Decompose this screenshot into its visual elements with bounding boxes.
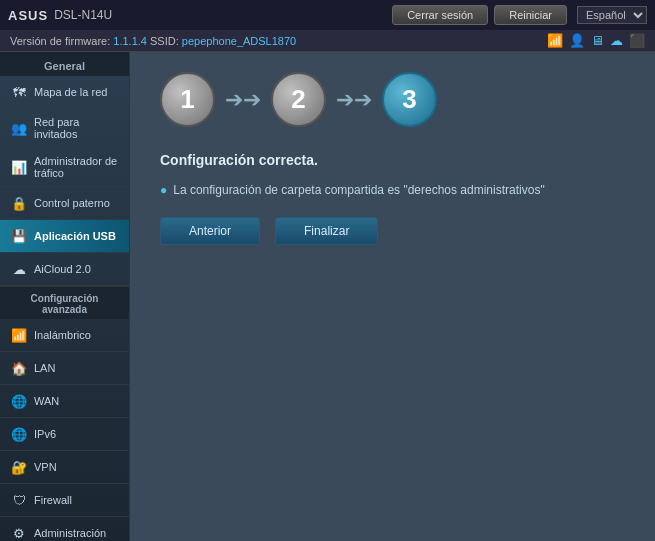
- step-1-number: 1: [180, 84, 194, 115]
- step-3-number: 3: [402, 84, 416, 115]
- content-area: 1 ➔➔ 2 ➔➔ 3 Configuración correcta. ● La…: [130, 52, 655, 541]
- sidebar-label-mapa-red: Mapa de la red: [34, 86, 107, 98]
- step-2-number: 2: [291, 84, 305, 115]
- bullet-icon: ●: [160, 183, 167, 197]
- model-name: DSL-N14U: [54, 8, 112, 22]
- sidebar-item-aplicacion-usb[interactable]: 💾 Aplicación USB: [0, 220, 129, 253]
- reiniciar-button[interactable]: Reiniciar: [494, 5, 567, 25]
- firmware-version[interactable]: 1.1.1.4: [113, 35, 147, 47]
- lang-select: Español English: [577, 6, 647, 24]
- main-layout: General 🗺 Mapa de la red 👥 Red para invi…: [0, 52, 655, 541]
- sidebar-item-admin-trafico[interactable]: 📊 Administrador de tráfico: [0, 148, 129, 187]
- monitor-icon: 🖥: [591, 33, 604, 48]
- wifi-side-icon: 📶: [10, 326, 28, 344]
- admin-icon: ⚙: [10, 524, 28, 541]
- sidebar-label-inalambrico: Inalámbrico: [34, 329, 91, 341]
- step-1-circle: 1: [160, 72, 215, 127]
- firmware-label: Versión de firmware:: [10, 35, 110, 47]
- sidebar-label-firewall: Firewall: [34, 494, 72, 506]
- sidebar-label-wan: WAN: [34, 395, 59, 407]
- sidebar-label-admin-trafico: Administrador de tráfico: [34, 155, 119, 179]
- lock-icon: 🔒: [10, 194, 28, 212]
- top-bar: ASUS DSL-N14U Cerrar sesión Reiniciar Es…: [0, 0, 655, 30]
- cloud-side-icon: ☁: [10, 260, 28, 278]
- sidebar-item-red-invitados[interactable]: 👥 Red para invitados: [0, 109, 129, 148]
- config-title: Configuración correcta.: [160, 152, 625, 168]
- sidebar-advanced-title: Configuración avanzada: [0, 286, 129, 319]
- chart-icon: 📊: [10, 158, 28, 176]
- sidebar: General 🗺 Mapa de la red 👥 Red para invi…: [0, 52, 130, 541]
- top-buttons: Cerrar sesión Reiniciar: [392, 5, 567, 25]
- language-dropdown[interactable]: Español English: [577, 6, 647, 24]
- step-2-circle: 2: [271, 72, 326, 127]
- action-buttons: Anterior Finalizar: [160, 217, 625, 245]
- sidebar-label-vpn: VPN: [34, 461, 57, 473]
- usb-icon: ⬛: [629, 33, 645, 48]
- finalizar-button[interactable]: Finalizar: [275, 217, 378, 245]
- ssid-label: SSID:: [150, 35, 179, 47]
- ipv6-icon: 🌐: [10, 425, 28, 443]
- cerrar-sesion-button[interactable]: Cerrar sesión: [392, 5, 488, 25]
- sidebar-item-wan[interactable]: 🌐 WAN: [0, 385, 129, 418]
- sidebar-label-red-invitados: Red para invitados: [34, 116, 119, 140]
- sidebar-label-control-paterno: Control paterno: [34, 197, 110, 209]
- lan-icon: 🏠: [10, 359, 28, 377]
- step-arrow-2: ➔➔: [326, 87, 382, 113]
- sidebar-label-administracion: Administración: [34, 527, 106, 539]
- sidebar-label-aplicacion-usb: Aplicación USB: [34, 230, 116, 242]
- usb-app-icon: 💾: [10, 227, 28, 245]
- wan-icon: 🌐: [10, 392, 28, 410]
- sidebar-general-title: General: [0, 52, 129, 76]
- vpn-icon: 🔐: [10, 458, 28, 476]
- sidebar-label-aicloud: AiCloud 2.0: [34, 263, 91, 275]
- sidebar-item-vpn[interactable]: 🔐 VPN: [0, 451, 129, 484]
- user-icon: 👤: [569, 33, 585, 48]
- firmware-bar: Versión de firmware: 1.1.1.4 SSID: pepep…: [0, 30, 655, 52]
- cloud-icon: ☁: [610, 33, 623, 48]
- status-icons: 📶 👤 🖥 ☁ ⬛: [547, 33, 645, 48]
- anterior-button[interactable]: Anterior: [160, 217, 260, 245]
- sidebar-item-inalambrico[interactable]: 📶 Inalámbrico: [0, 319, 129, 352]
- step-3-circle: 3: [382, 72, 437, 127]
- sidebar-item-administracion[interactable]: ⚙ Administración: [0, 517, 129, 541]
- sidebar-item-lan[interactable]: 🏠 LAN: [0, 352, 129, 385]
- sidebar-item-control-paterno[interactable]: 🔒 Control paterno: [0, 187, 129, 220]
- firewall-icon: 🛡: [10, 491, 28, 509]
- map-icon: 🗺: [10, 83, 28, 101]
- content-body: Configuración correcta. ● La configuraci…: [130, 142, 655, 541]
- sidebar-item-aicloud[interactable]: ☁ AiCloud 2.0: [0, 253, 129, 286]
- sidebar-item-ipv6[interactable]: 🌐 IPv6: [0, 418, 129, 451]
- config-message-text: La configuración de carpeta compartida e…: [173, 183, 544, 197]
- asus-logo: ASUS: [8, 8, 48, 23]
- logo-area: ASUS DSL-N14U: [8, 8, 112, 23]
- sidebar-item-mapa-red[interactable]: 🗺 Mapa de la red: [0, 76, 129, 109]
- users-icon: 👥: [10, 119, 28, 137]
- ssid-value: pepephone_ADSL1870: [182, 35, 296, 47]
- step-arrow-1: ➔➔: [215, 87, 271, 113]
- wifi-icon: 📶: [547, 33, 563, 48]
- sidebar-label-lan: LAN: [34, 362, 55, 374]
- sidebar-label-ipv6: IPv6: [34, 428, 56, 440]
- sidebar-item-firewall[interactable]: 🛡 Firewall: [0, 484, 129, 517]
- config-message: ● La configuración de carpeta compartida…: [160, 183, 625, 197]
- wizard-steps: 1 ➔➔ 2 ➔➔ 3: [130, 52, 655, 142]
